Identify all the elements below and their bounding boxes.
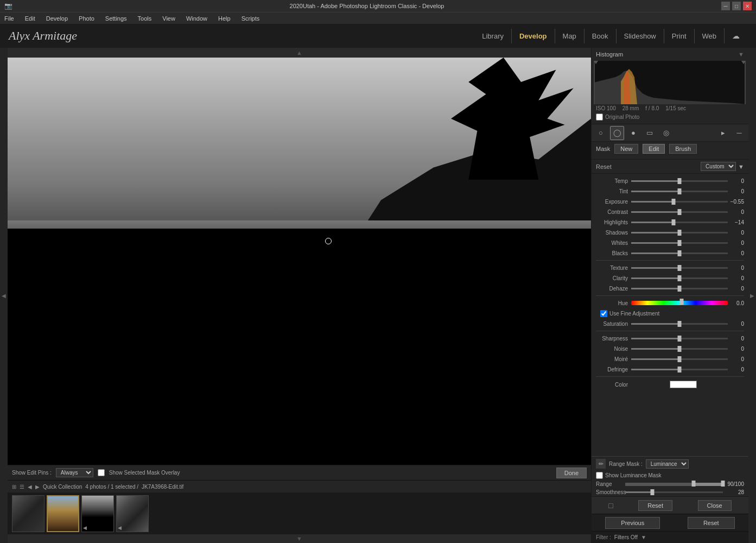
menu-develop[interactable]: Develop xyxy=(44,14,70,23)
filter-dropdown-icon[interactable]: ▼ xyxy=(641,534,646,540)
texture-value: 0 xyxy=(728,265,744,271)
close-button[interactable]: ✕ xyxy=(743,2,752,10)
filmstrip-thumb-2[interactable] xyxy=(47,495,79,532)
mask-edit-button[interactable]: Edit xyxy=(643,144,665,154)
fine-adjustment-label: Use Fine Adjustment xyxy=(609,311,659,317)
whites-slider[interactable] xyxy=(631,242,728,244)
original-photo-checkbox[interactable] xyxy=(596,113,603,121)
small-icon-btn[interactable]: □ xyxy=(608,501,613,510)
range-mask-pencil-icon[interactable]: ✏ xyxy=(596,459,606,469)
nav-slideshow[interactable]: Slideshow xyxy=(616,29,664,43)
reset-label[interactable]: Reset xyxy=(596,163,612,170)
menu-window[interactable]: Window xyxy=(184,14,209,23)
blacks-value: 0 xyxy=(728,250,744,256)
section-divider-3 xyxy=(596,331,744,331)
slider-tool[interactable]: ▸ xyxy=(716,126,730,140)
mask-brush-button[interactable]: Brush xyxy=(669,144,697,154)
clarity-slider[interactable] xyxy=(631,277,728,279)
smoothness-slider[interactable] xyxy=(625,491,723,493)
filmstrip-bar: ⊞ ☰ ◀ ▶ Quick Collection 4 photos / 1 se… xyxy=(8,481,591,493)
nav-book[interactable]: Book xyxy=(584,29,616,43)
highlights-slider[interactable] xyxy=(631,222,728,223)
moire-slider[interactable] xyxy=(631,358,728,360)
filmstrip-prev-icon[interactable]: ◀ xyxy=(28,484,32,490)
rect-tool[interactable]: ▭ xyxy=(643,126,657,140)
show-luminance-checkbox[interactable] xyxy=(596,472,603,479)
circle-mask-tool[interactable]: ◯ xyxy=(610,126,624,140)
dehaze-slider[interactable] xyxy=(631,288,728,289)
preset-select[interactable]: Custom None xyxy=(701,162,736,171)
radial-filter-tool[interactable]: ○ xyxy=(594,126,608,140)
menu-photo[interactable]: Photo xyxy=(77,14,97,23)
texture-slider[interactable] xyxy=(631,267,728,269)
filmstrip-thumb-1[interactable] xyxy=(12,495,45,532)
target-tool[interactable]: ◎ xyxy=(659,126,673,140)
minimize-button[interactable]: ─ xyxy=(721,2,730,10)
sharpness-slider[interactable] xyxy=(631,338,728,339)
previous-button[interactable]: Previous xyxy=(605,517,660,529)
defringe-slider[interactable] xyxy=(631,369,728,370)
right-panel-toggle[interactable]: ▶ xyxy=(748,48,756,543)
panel-reset-button[interactable]: Reset xyxy=(638,500,672,511)
show-mask-label: Show Selected Mask Overlay xyxy=(109,470,180,476)
menu-help[interactable]: Help xyxy=(216,14,233,23)
menu-settings[interactable]: Settings xyxy=(103,14,129,23)
menu-scripts[interactable]: Scripts xyxy=(239,14,262,23)
histogram-title: Histogram xyxy=(596,51,623,58)
menu-tools[interactable]: Tools xyxy=(136,14,154,23)
tint-value: 0 xyxy=(728,188,744,194)
filled-circle-tool[interactable]: ● xyxy=(626,126,640,140)
filmstrip-list-icon[interactable]: ☰ xyxy=(20,484,24,490)
mask-pin[interactable] xyxy=(325,238,332,244)
titlebar-icon: 📷 xyxy=(4,2,12,10)
nav-print[interactable]: Print xyxy=(664,29,694,43)
bottom-arrow[interactable]: ▼ xyxy=(8,534,591,543)
filmstrip-next-icon[interactable]: ▶ xyxy=(35,484,40,490)
nav-develop[interactable]: Develop xyxy=(511,29,555,43)
exposure-slider[interactable] xyxy=(631,201,728,203)
texture-row: Texture 0 xyxy=(596,263,744,273)
range-mask-select[interactable]: Luminance Color Depth xyxy=(646,459,689,469)
hue-slider[interactable] xyxy=(631,301,728,305)
menu-edit[interactable]: Edit xyxy=(23,14,37,23)
temp-label: Temp xyxy=(596,178,631,184)
reset-button[interactable]: Reset xyxy=(688,517,735,529)
menu-file[interactable]: File xyxy=(2,14,16,23)
noise-slider[interactable] xyxy=(631,348,728,350)
panel-close-button[interactable]: Close xyxy=(698,500,732,511)
contrast-slider[interactable] xyxy=(631,211,728,213)
more-options-icon[interactable]: ─ xyxy=(732,126,746,140)
left-panel-toggle[interactable]: ◀ xyxy=(0,48,8,543)
tint-slider[interactable] xyxy=(631,191,728,192)
menu-view[interactable]: View xyxy=(160,14,177,23)
range-slider[interactable] xyxy=(625,483,723,486)
blacks-slider[interactable] xyxy=(631,252,728,254)
temp-slider[interactable] xyxy=(631,180,728,182)
range-label: Range xyxy=(596,481,623,487)
fine-adjustment-checkbox[interactable] xyxy=(600,310,607,317)
filmstrip-thumb-4[interactable]: ◀ xyxy=(116,495,149,532)
filmstrip-grid-icon[interactable]: ⊞ xyxy=(12,484,16,490)
highlights-value: −14 xyxy=(728,219,744,225)
nav-library[interactable]: Library xyxy=(474,29,511,43)
nav-web[interactable]: Web xyxy=(694,29,725,43)
histogram-expand-icon[interactable]: ▼ xyxy=(738,51,744,58)
done-button[interactable]: Done xyxy=(556,468,587,478)
top-arrow[interactable]: ▲ xyxy=(8,48,591,58)
show-edit-pins-select[interactable]: Always Never Selected xyxy=(56,468,93,477)
center-area: ▲ Show Edit Pins : Always Never Selected xyxy=(8,48,591,543)
shadows-slider[interactable] xyxy=(631,232,728,233)
filter-value[interactable]: Filters Off xyxy=(614,534,638,540)
dropdown-arrow-icon[interactable]: ▼ xyxy=(738,163,744,170)
blacks-label: Blacks xyxy=(596,250,631,256)
color-swatch[interactable] xyxy=(670,381,697,388)
filmstrip-thumb-3[interactable]: ◀ xyxy=(81,495,114,532)
filmstrip-collection[interactable]: Quick Collection xyxy=(43,484,82,490)
saturation-slider[interactable] xyxy=(631,323,728,325)
nav-cloud-icon[interactable]: ☁ xyxy=(724,28,747,43)
maximize-button[interactable]: □ xyxy=(732,2,741,10)
mask-new-button[interactable]: New xyxy=(614,144,638,154)
nav-map[interactable]: Map xyxy=(555,29,584,43)
section-divider-1 xyxy=(596,260,744,261)
show-mask-checkbox[interactable] xyxy=(98,469,105,476)
